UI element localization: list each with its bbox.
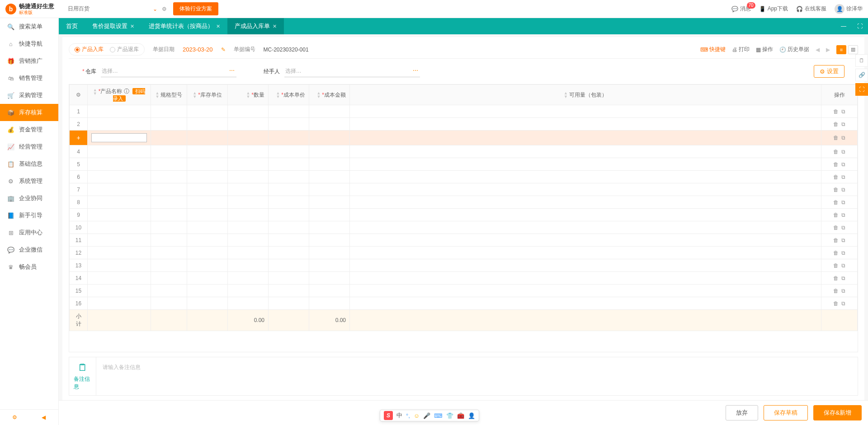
sidebar-item-0[interactable]: 🔍搜索菜单 <box>0 18 58 35</box>
table-row[interactable]: 11🗑⧉ <box>70 234 858 247</box>
close-icon[interactable]: ✕ <box>130 23 134 29</box>
table-row[interactable]: 14🗑⧉ <box>70 272 858 285</box>
prev-doc-icon[interactable]: ◀ <box>816 47 820 53</box>
handler-input[interactable]: 选择… ⋯ <box>284 65 420 77</box>
handler-picker-icon[interactable]: ⋯ <box>413 67 419 75</box>
table-row[interactable]: 15🗑⧉ <box>70 285 858 297</box>
sidebar-item-8[interactable]: 📋基础信息 <box>0 155 58 173</box>
table-row[interactable]: 10🗑⧉ <box>70 221 858 234</box>
delete-row-icon[interactable]: 🗑 <box>832 121 840 127</box>
ime-keyboard-icon[interactable]: ⌨ <box>434 412 443 419</box>
sidebar-item-4[interactable]: 🛒采购管理 <box>0 87 58 104</box>
delete-row-icon[interactable]: 🗑 <box>832 275 840 281</box>
ime-toolbar[interactable]: S 中 °, ☺ 🎤 ⌨ 👕 🧰 👤 <box>380 410 479 421</box>
col-config[interactable]: ⚙ <box>70 85 88 105</box>
gear-icon[interactable]: ⚙ <box>162 6 167 12</box>
tab-2[interactable]: 进货单统计表（按商品）✕ <box>142 18 227 34</box>
copy-row-icon[interactable]: ⧉ <box>840 199 847 205</box>
view-list-icon[interactable]: ≡ <box>836 45 846 54</box>
user-menu[interactable]: 👤 徐泽华 <box>835 4 863 14</box>
warehouse-input[interactable]: 选择… ⋯ <box>101 65 236 77</box>
ime-skin-icon[interactable]: 👕 <box>446 412 453 419</box>
category-select[interactable]: 日用百货 ⌄ <box>68 5 157 13</box>
delete-row-icon[interactable]: 🗑 <box>832 199 840 205</box>
app-download-link[interactable]: 📱 App下载 <box>759 5 788 13</box>
rail-link-icon[interactable]: 🔗 <box>855 69 868 81</box>
sidebar-item-12[interactable]: ⊞应用中心 <box>0 224 58 241</box>
ime-emoji-icon[interactable]: ☺ <box>414 412 420 419</box>
sidebar-item-7[interactable]: 📈经营管理 <box>0 138 58 155</box>
save-draft-button[interactable]: 保存草稿 <box>764 405 808 420</box>
messages-link[interactable]: 💬 消息 70 <box>731 5 751 13</box>
delete-row-icon[interactable]: 🗑 <box>832 108 840 115</box>
remark-input[interactable]: 请输入备注信息 <box>96 357 858 395</box>
col-avail[interactable]: ▲▼可用量（包装） <box>350 85 821 105</box>
copy-row-icon[interactable]: ⧉ <box>840 262 847 269</box>
table-row[interactable]: 1🗑⧉ <box>70 105 858 118</box>
ops-tool[interactable]: ▦操作 <box>756 46 773 53</box>
save-new-button[interactable]: 保存&新增 <box>813 405 862 420</box>
sidebar-collapse-icon[interactable]: ◀ <box>29 410 59 425</box>
table-row[interactable]: 13🗑⧉ <box>70 259 858 272</box>
copy-row-icon[interactable]: ⧉ <box>840 250 847 256</box>
col-amount[interactable]: ▲▼*成本金额 <box>309 85 350 105</box>
print-tool[interactable]: 🖨打印 <box>732 46 750 53</box>
col-cost[interactable]: ▲▼*成本单价 <box>269 85 309 105</box>
copy-row-icon[interactable]: ⧉ <box>840 237 847 243</box>
sidebar-item-10[interactable]: 🏢企业协同 <box>0 190 58 207</box>
col-unit[interactable]: ▲▼*库存单位 <box>187 85 228 105</box>
sidebar-item-6[interactable]: 💰资金管理 <box>0 121 58 138</box>
add-row-icon[interactable]: + <box>75 134 83 142</box>
warehouse-picker-icon[interactable]: ⋯ <box>229 67 236 75</box>
copy-row-icon[interactable]: ⧉ <box>840 187 847 193</box>
copy-row-icon[interactable]: ⧉ <box>840 135 847 141</box>
col-name[interactable]: ▲▼*产品名称 ⓘ 扫码录入 <box>88 85 151 105</box>
tab-0[interactable]: 首页 <box>59 18 85 34</box>
copy-row-icon[interactable]: ⧉ <box>840 161 847 168</box>
table-row[interactable]: 9🗑⧉ <box>70 209 858 221</box>
tab-1[interactable]: 售价提取设置✕ <box>85 18 142 34</box>
delete-row-icon[interactable]: 🗑 <box>832 161 840 168</box>
discard-button[interactable]: 放弃 <box>726 405 758 420</box>
delete-row-icon[interactable]: 🗑 <box>832 149 840 155</box>
sidebar-item-9[interactable]: ⚙系统管理 <box>0 173 58 190</box>
support-link[interactable]: 🎧 在线客服 <box>796 5 826 13</box>
copy-row-icon[interactable]: ⧉ <box>840 275 847 281</box>
col-qty[interactable]: ▲▼*数量 <box>228 85 269 105</box>
copy-row-icon[interactable]: ⧉ <box>840 224 847 231</box>
delete-row-icon[interactable]: 🗑 <box>832 300 840 307</box>
copy-row-icon[interactable]: ⧉ <box>840 174 847 180</box>
delete-row-icon[interactable]: 🗑 <box>832 174 840 180</box>
shortcut-tool[interactable]: ⌨快捷键 <box>700 46 726 53</box>
table-row[interactable]: 12🗑⧉ <box>70 247 858 259</box>
delete-row-icon[interactable]: 🗑 <box>832 187 840 193</box>
product-name-input[interactable] <box>91 133 147 142</box>
sidebar-item-2[interactable]: 🎁营销推广 <box>0 52 58 70</box>
tab-3[interactable]: 产成品入库单✕ <box>227 18 284 34</box>
copy-row-icon[interactable]: ⧉ <box>840 121 847 127</box>
delete-row-icon[interactable]: 🗑 <box>832 237 840 243</box>
table-row[interactable]: 16🗑⧉ <box>70 297 858 310</box>
radio-stock-out[interactable]: 产品退库 <box>110 46 139 53</box>
table-row[interactable]: 4🗑⧉ <box>70 145 858 158</box>
ime-mic-icon[interactable]: 🎤 <box>423 412 430 419</box>
sidebar-item-13[interactable]: 💬企业微信 <box>0 241 58 258</box>
ime-toolbox-icon[interactable]: 🧰 <box>457 412 464 419</box>
history-tool[interactable]: 🕘历史单据 <box>779 46 809 53</box>
sidebar-settings-icon[interactable]: ⚙ <box>0 410 29 425</box>
table-row[interactable]: 8🗑⧉ <box>70 196 858 209</box>
tabs-expand-icon[interactable]: ⛶ <box>852 18 868 34</box>
experience-button[interactable]: 体验行业方案 <box>173 2 218 15</box>
view-card-icon[interactable]: ▥ <box>848 45 858 54</box>
close-icon[interactable]: ✕ <box>216 23 220 29</box>
rail-expand-icon[interactable]: ⛶ <box>855 83 868 96</box>
delete-row-icon[interactable]: 🗑 <box>832 288 840 294</box>
ime-lang[interactable]: 中 <box>396 411 402 420</box>
copy-row-icon[interactable]: ⧉ <box>840 149 847 155</box>
copy-row-icon[interactable]: ⧉ <box>840 300 847 307</box>
sidebar-item-3[interactable]: 🛍销售管理 <box>0 70 58 87</box>
delete-row-icon[interactable]: 🗑 <box>832 250 840 256</box>
rail-note-icon[interactable]: 🗒 <box>855 54 868 67</box>
sidebar-item-5[interactable]: 📦库存核算 <box>0 104 58 121</box>
next-doc-icon[interactable]: ▶ <box>826 47 830 53</box>
